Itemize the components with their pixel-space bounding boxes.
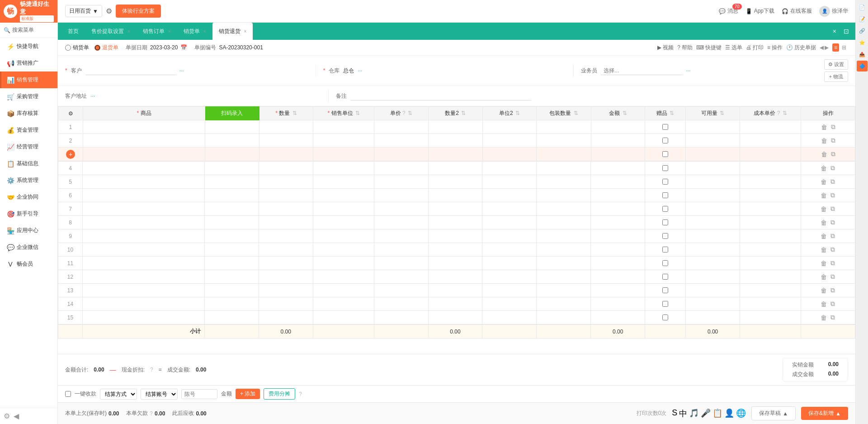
unit-cell[interactable] — [313, 270, 374, 284]
settings-btn[interactable]: ⚙ 设置 — [824, 59, 848, 70]
tab-sale-delivery-close[interactable]: × — [203, 29, 206, 34]
copy-row-btn[interactable]: ⧉ — [830, 122, 836, 132]
available-cell[interactable] — [686, 120, 740, 134]
salesman-search-btn[interactable]: ··· — [686, 67, 690, 74]
unit-cell[interactable] — [313, 229, 374, 243]
toolbar-icon-2[interactable]: 中 — [679, 408, 687, 419]
gift-checkbox[interactable] — [662, 287, 668, 293]
pack-qty-cell[interactable] — [537, 257, 591, 270]
unit-cell[interactable] — [313, 311, 374, 324]
gift-checkbox[interactable] — [662, 260, 668, 266]
action-help[interactable]: ? 帮助 — [677, 44, 693, 52]
warehouse-search-btn[interactable]: ··· — [358, 67, 362, 74]
qty2-cell[interactable] — [428, 270, 482, 284]
qty-cell[interactable] — [259, 202, 313, 216]
available-cell[interactable] — [686, 189, 740, 202]
pack-qty-cell[interactable] — [537, 297, 591, 311]
pack-qty-cell[interactable] — [537, 202, 591, 216]
right-panel-btn-6[interactable]: 🔷 — [857, 61, 868, 71]
tab-close-all-btn[interactable]: × — [830, 27, 839, 36]
single-owe-help[interactable]: ? — [150, 410, 153, 417]
copy-row-btn[interactable]: ⧉ — [830, 272, 836, 281]
gift-cell[interactable] — [645, 229, 686, 243]
cost-price-help-icon[interactable]: ? — [777, 110, 780, 116]
available-sort-icon[interactable]: ⇅ — [720, 110, 724, 116]
right-panel-btn-3[interactable]: 🔗 — [857, 25, 868, 36]
industry-select[interactable]: 日用百货 ▼ — [65, 5, 102, 17]
qty-cell[interactable] — [259, 216, 313, 229]
gift-cell[interactable] — [645, 148, 686, 161]
amount-cell[interactable] — [591, 229, 645, 243]
right-panel-btn-1[interactable]: 📄 — [857, 2, 868, 13]
sidebar-item-guide[interactable]: 🎯 新手引导 — [0, 205, 57, 222]
unit2-cell[interactable] — [482, 243, 537, 257]
goods-cell[interactable] — [82, 202, 204, 216]
tab-sale-order[interactable]: 销售订单 × — [137, 23, 177, 40]
available-cell[interactable] — [686, 243, 740, 257]
radio-return[interactable]: 退货单 — [94, 44, 118, 52]
gift-checkbox[interactable] — [662, 124, 668, 130]
available-cell[interactable] — [686, 134, 740, 148]
qty2-cell[interactable] — [428, 175, 482, 189]
one-click-checkbox[interactable] — [65, 391, 71, 397]
amount-sort-icon[interactable]: ⇅ — [623, 110, 627, 116]
cost-price-cell[interactable] — [740, 120, 801, 134]
gift-checkbox[interactable] — [662, 151, 668, 157]
goods-cell[interactable] — [83, 120, 205, 134]
goods-cell[interactable] — [82, 189, 204, 202]
cost-price-cell[interactable] — [740, 311, 801, 324]
save-new-btn[interactable]: 保存&新增 ▲ — [801, 407, 848, 420]
unit-cell[interactable] — [313, 257, 374, 270]
unit-cell[interactable] — [313, 284, 374, 297]
qty2-cell[interactable] — [428, 297, 482, 311]
radio-sale[interactable]: 销货单 — [65, 44, 89, 52]
cost-price-cell[interactable] — [740, 202, 801, 216]
gift-cell[interactable] — [645, 243, 686, 257]
customer-input[interactable] — [85, 67, 176, 75]
gift-cell[interactable] — [645, 202, 686, 216]
price-cell[interactable] — [374, 243, 428, 257]
unit-cell[interactable] — [313, 216, 374, 229]
qty-cell[interactable] — [259, 270, 313, 284]
amount-cell[interactable] — [591, 297, 645, 311]
amount-cell[interactable] — [591, 134, 645, 148]
action-operate[interactable]: ≡ 操作 — [767, 44, 783, 52]
qty-cell[interactable] — [259, 229, 313, 243]
price-cell[interactable] — [374, 202, 428, 216]
account-num-select[interactable]: 结算账号 — [141, 389, 178, 400]
right-panel-btn-4[interactable]: ⭐ — [857, 37, 868, 48]
unit2-sort-icon[interactable]: ⇅ — [515, 110, 520, 116]
goods-cell[interactable] — [82, 216, 204, 229]
logistics-btn[interactable]: + 物流 — [824, 71, 848, 82]
copy-row-btn[interactable]: ⧉ — [830, 299, 836, 309]
address-search-btn[interactable]: ··· — [90, 93, 95, 99]
qty-cell[interactable] — [259, 148, 313, 161]
toolbar-icon-4[interactable]: 🎤 — [701, 408, 711, 419]
amount-cell[interactable] — [591, 202, 645, 216]
tab-sale-price[interactable]: 售价提取设置 × — [85, 23, 137, 40]
grid-view-btn[interactable]: ≡ — [832, 43, 839, 52]
qty-cell[interactable] — [259, 120, 313, 134]
qty2-cell[interactable] — [428, 257, 482, 270]
pack-qty-cell[interactable] — [537, 175, 591, 189]
cost-price-cell[interactable] — [740, 243, 801, 257]
delete-row-btn[interactable]: 🗑 — [820, 204, 828, 214]
goods-cell[interactable] — [82, 270, 204, 284]
pack-qty-cell[interactable] — [537, 120, 591, 134]
qty2-cell[interactable] — [428, 243, 482, 257]
sidebar-item-marketing[interactable]: 📢 营销推广 — [0, 55, 57, 71]
list-view-btn[interactable]: ⊞ — [840, 43, 848, 52]
qty2-cell[interactable] — [428, 134, 482, 148]
unit-cell[interactable] — [313, 120, 374, 134]
price-cell[interactable] — [374, 284, 428, 297]
action-video[interactable]: ▶ 视频 — [657, 44, 674, 52]
qty-sort-icon[interactable]: ⇅ — [292, 110, 297, 116]
settings-bottom-icon[interactable]: ⚙ — [4, 412, 10, 420]
user-profile[interactable]: 👤 徐泽华 — [819, 6, 848, 17]
gift-cell[interactable] — [645, 189, 686, 202]
unit2-cell[interactable] — [482, 297, 537, 311]
gift-checkbox[interactable] — [662, 314, 668, 320]
available-cell[interactable] — [686, 202, 740, 216]
available-cell[interactable] — [686, 284, 740, 297]
price-cell[interactable] — [374, 189, 428, 202]
